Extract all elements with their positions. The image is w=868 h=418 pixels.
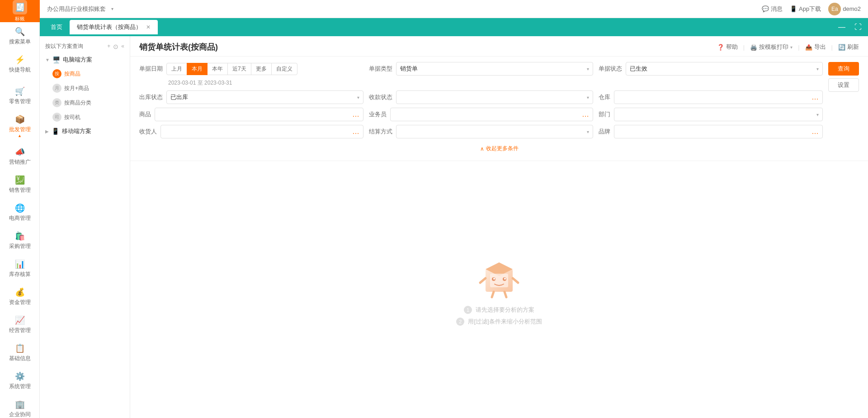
app-download-btn[interactable]: 📱 App下载 (790, 5, 821, 13)
page-actions: ❓ 帮助 | 🖨️ 按模板打印 ▾ | 📤 导出 | (717, 43, 859, 51)
sidebar-item-sales[interactable]: 💹 销售管理 (0, 171, 39, 199)
sidebar-item-enterprise[interactable]: 🏢 企业协同 (0, 395, 39, 418)
scheme-item-label: 按商品分类 (64, 99, 91, 107)
scheme-collapse-btn[interactable]: « (121, 43, 124, 50)
logo-text: 标账 (15, 15, 25, 22)
basic-info-icon: 📋 (15, 343, 25, 353)
marketing-icon: 📣 (15, 147, 25, 157)
date-btn-custom[interactable]: 自定义 (271, 63, 297, 75)
workspace-dropdown-arrow[interactable]: ▾ (111, 6, 113, 11)
scheme-item-by-category[interactable]: 类 按商品分类 (40, 95, 130, 110)
print-icon: 🖨️ (750, 44, 757, 51)
warehouse-status-input[interactable]: 已出库 ▾ (166, 90, 363, 104)
warehouse2-input[interactable]: … (614, 90, 823, 104)
query-button[interactable]: 查询 (828, 62, 859, 76)
collection-label: 收款状态 (369, 93, 392, 101)
export-icon: 📤 (805, 44, 812, 51)
doc-status-value: 已生效 (630, 65, 647, 73)
settlement-input[interactable]: ▾ (396, 125, 593, 138)
salesperson-input[interactable]: … (390, 108, 593, 121)
sidebar-item-marketing[interactable]: 📣 营销推广 (0, 142, 39, 171)
product-label: 商品 (139, 110, 151, 119)
sidebar-item-finance[interactable]: 💰 资金管理 (0, 283, 39, 311)
print-dropdown-arrow[interactable]: ▾ (790, 45, 793, 50)
user-profile-btn[interactable]: Ea demo2 (828, 3, 861, 15)
tab-sales-stats[interactable]: 销货单统计表（按商品） ✕ (70, 20, 158, 34)
tab-maximize-btn[interactable]: ⛶ (852, 21, 864, 33)
tab-close-btn[interactable]: ✕ (146, 24, 151, 30)
scheme-item-icon-category: 类 (52, 98, 61, 107)
salesperson-label: 业务员 (369, 110, 387, 119)
template-print-btn[interactable]: 🖨️ 按模板打印 ▾ (750, 43, 793, 51)
sales-icon: 💹 (15, 175, 25, 185)
sidebar-item-ecommerce[interactable]: 🌐 电商管理 (0, 199, 39, 227)
header-right: 💬 消息 📱 App下载 Ea demo2 (762, 3, 861, 15)
template-print-label: 按模板打印 (759, 43, 788, 51)
brand-filter-cell: 品牌 … (599, 125, 823, 138)
sidebar-item-purchase[interactable]: 🛍️ 采购管理 (0, 227, 39, 255)
date-btn-last-month[interactable]: 上月 (166, 63, 187, 75)
step-2-text: 用[过滤]条件来缩小分析范围 (468, 318, 542, 326)
tab-home[interactable]: 首页 (43, 20, 70, 34)
doc-type-input[interactable]: 销货单 ▾ (396, 62, 593, 76)
sidebar-item-label: 采购管理 (9, 242, 31, 250)
sidebar-item-inventory[interactable]: 📊 库存核算 (0, 255, 39, 283)
sidebar-item-retail[interactable]: 🛒 零售管理 (0, 82, 39, 110)
sidebar-item-label: 基础信息 (9, 355, 31, 362)
set-button[interactable]: 设置 (828, 78, 859, 92)
retail-icon: 🛒 (15, 86, 25, 96)
svg-point-5 (493, 278, 495, 280)
brand-more[interactable]: … (811, 128, 819, 136)
doc-type-value: 销货单 (400, 65, 418, 73)
date-filter-cell: 单据日期 上月 本月 本年 近7天 更多 自定义 (139, 63, 363, 75)
collapse-btn[interactable]: ∧ 收起更多条件 (139, 142, 859, 155)
tab-bar: 首页 销货单统计表（按商品） ✕ — ⛶ (40, 18, 868, 36)
scheme-item-by-cashier[interactable]: 司 按司机 (40, 110, 130, 124)
department-input[interactable]: ▾ (614, 108, 823, 121)
main-area: 办公用品行业模拟账套 ▾ 💬 消息 📱 App下载 Ea demo2 首页 (40, 0, 868, 418)
scheme-item-by-product[interactable]: 按 按商品 (40, 66, 130, 81)
date-btn-this-year[interactable]: 本年 (207, 63, 228, 75)
doc-status-input[interactable]: 已生效 ▾ (626, 62, 823, 76)
brand-input[interactable]: … (614, 125, 823, 138)
export-btn[interactable]: 📤 导出 (805, 43, 826, 51)
help-icon: ❓ (717, 44, 724, 51)
scheme-item-icon-month: 月 (52, 84, 61, 93)
scheme-actions: + ⊙ « (107, 43, 124, 50)
warehouse2-more[interactable]: … (811, 93, 819, 101)
export-label: 导出 (814, 43, 826, 51)
salesperson-more[interactable]: … (582, 110, 589, 119)
finance-icon: 💰 (15, 287, 25, 297)
product-more[interactable]: … (352, 110, 359, 119)
scheme-item-by-month-product[interactable]: 月 按月+商品 (40, 81, 130, 95)
workspace-selector[interactable]: 办公用品行业模拟账套 ▾ (47, 5, 113, 13)
content-wrapper: 按以下方案查询 + ⊙ « ▼ 🖥️ 电脑端方案 按 按商品 (40, 36, 868, 418)
date-btn-this-month[interactable]: 本月 (187, 63, 208, 75)
receiver-more[interactable]: … (352, 128, 359, 136)
help-btn[interactable]: ❓ 帮助 (717, 43, 738, 51)
sidebar-item-system[interactable]: ⚙️ 系统管理 (0, 367, 39, 395)
settlement-filter-cell: 结算方式 ▾ (369, 125, 593, 138)
date-filter-group: 上月 本月 本年 近7天 更多 自定义 (166, 63, 297, 75)
product-input[interactable]: … (155, 108, 363, 121)
refresh-label: 刷新 (847, 43, 859, 51)
receiver-input[interactable]: … (160, 125, 363, 138)
collection-input[interactable]: ▾ (396, 90, 593, 104)
tab-bar-actions: — ⛶ (835, 21, 864, 33)
sidebar-item-operation[interactable]: 📈 经营管理 (0, 311, 39, 339)
sidebar-item-search[interactable]: 🔍 搜索菜单 (0, 22, 39, 50)
date-btn-more[interactable]: 更多 (251, 63, 272, 75)
scheme-edit-btn[interactable]: ⊙ (113, 43, 118, 50)
scheme-group-mobile-header[interactable]: ▶ 📱 移动端方案 (40, 124, 130, 138)
tab-minimize-btn[interactable]: — (835, 21, 848, 33)
sidebar-item-quick-nav[interactable]: ⚡ 快捷导航 (0, 50, 39, 78)
scheme-group-desktop-header[interactable]: ▼ 🖥️ 电脑端方案 (40, 53, 130, 66)
scheme-item-icon-orange: 按 (52, 69, 61, 78)
sidebar-item-wholesale[interactable]: 📦 批发管理 ▲ (0, 110, 39, 142)
scheme-add-btn[interactable]: + (107, 43, 110, 50)
message-btn[interactable]: 💬 消息 (762, 5, 783, 13)
inventory-icon: 📊 (15, 259, 25, 269)
sidebar-item-basic-info[interactable]: 📋 基础信息 (0, 339, 39, 367)
date-btn-last-7-days[interactable]: 近7天 (227, 63, 251, 75)
refresh-btn[interactable]: 🔄 刷新 (838, 43, 859, 51)
